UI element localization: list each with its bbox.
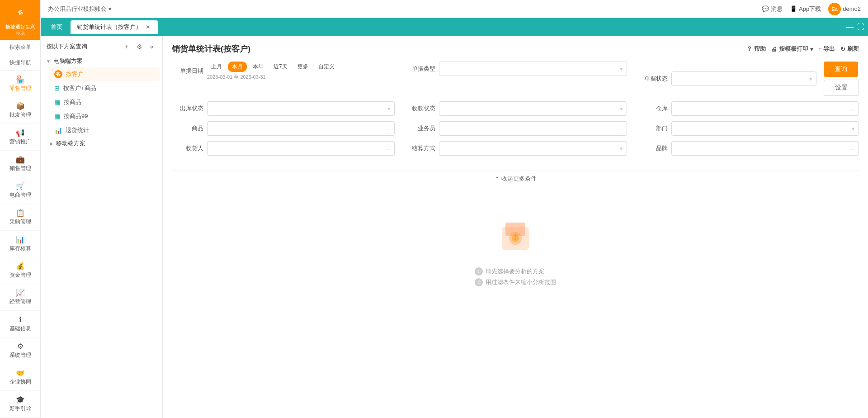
scheme-group-mobile-header[interactable]: ▶ 移动端方案	[44, 138, 162, 149]
out-status-input[interactable]: ▾	[207, 101, 395, 116]
sidebar-item-wholesale[interactable]: 📦 批发管理	[0, 97, 40, 124]
scheme-item-by-goods[interactable]: ▦ 按商品	[49, 95, 160, 109]
scheme-group-pc-header[interactable]: ▼ 电脑端方案	[41, 55, 162, 67]
template-print-btn[interactable]: 🖨 按模板打印 ▾	[771, 45, 813, 53]
help-btn[interactable]: ？ 帮助	[746, 45, 766, 53]
sidebar-item-basic[interactable]: ℹ 基础信息	[0, 311, 40, 337]
scheme-item-by-customer-goods[interactable]: ⊞ 按客户+商品	[49, 81, 160, 95]
maximize-btn[interactable]: ⛶	[857, 23, 864, 31]
collapse-bar[interactable]: ⌃ 收起更多条件	[172, 171, 859, 186]
settings-button[interactable]: 设置	[824, 80, 859, 96]
quick-nav[interactable]: 快捷导航	[0, 55, 40, 71]
brand-row: 品牌 …	[636, 141, 859, 156]
scheme-group-mobile: ▶ 移动端方案	[41, 138, 162, 149]
tab-sales-stats[interactable]: 销货单统计表（按客户） ✕	[71, 20, 158, 34]
logo-sub: 标版	[2, 30, 38, 36]
goods-ellipsis[interactable]: …	[385, 125, 391, 132]
account-selector[interactable]: 办公用品行业模拟账套 ▾	[48, 5, 112, 13]
warehouse-row: 仓库 …	[636, 101, 859, 116]
filter-row-4: 收货人 … 结算方式	[172, 141, 859, 156]
sidebar-item-enterprise[interactable]: 🤝 企业协同	[0, 364, 40, 391]
empty-illustration	[493, 214, 538, 260]
operation-icon: 📈	[3, 289, 38, 297]
collapse-label: 收起更多条件	[501, 175, 537, 183]
help-icon: ？	[746, 45, 752, 53]
date-btn-this-year[interactable]: 本年	[249, 62, 268, 72]
page-title: 销货单统计表(按客户)	[172, 43, 250, 54]
receive-status-input[interactable]: ▾	[439, 101, 627, 116]
date-btn-last-month[interactable]: 上月	[207, 62, 226, 72]
logo[interactable]: 畅 畅捷通好生意 标版	[0, 0, 40, 40]
goods-row: 商品 …	[172, 121, 395, 136]
sidebar-item-purchase[interactable]: 📋 采购管理	[0, 204, 40, 231]
salesman-input[interactable]: …	[439, 121, 627, 136]
settlement-row: 结算方式 ▾	[404, 141, 627, 156]
sidebar-item-sales-label: 销售管理	[3, 165, 38, 172]
sidebar-item-marketing-label: 营销推广	[3, 138, 38, 146]
doc-type-input[interactable]: ▾	[439, 62, 627, 76]
export-btn[interactable]: ↑ 导出	[819, 45, 835, 53]
sidebar-item-ecommerce[interactable]: 🛒 电商管理	[0, 177, 40, 204]
scheme-item-by-goods99[interactable]: ▦ 按商品99	[49, 109, 160, 123]
sidebar-item-marketing[interactable]: 📢 营销推广	[0, 124, 40, 151]
user-menu[interactable]: Ea demo2	[828, 3, 861, 15]
sidebar-item-operation[interactable]: 📈 经营管理	[0, 284, 40, 311]
scheme-item-by-customer[interactable]: 客 按客户	[49, 67, 160, 81]
date-range-text: 2023-03-01 至 2023-03-31	[207, 74, 395, 81]
account-dropdown-icon: ▾	[108, 5, 112, 12]
receiver-row: 收货人 …	[172, 141, 395, 156]
tip-1-text: 请先选择要分析的方案	[486, 267, 544, 276]
department-row: 部门 ▾	[636, 121, 859, 136]
scheme-item-return-stats[interactable]: 📊 退货统计	[49, 124, 160, 137]
sidebar-item-inventory[interactable]: 📊 库存核算	[0, 231, 40, 257]
app-download-btn[interactable]: 📱 App下载	[790, 5, 821, 13]
warehouse-input[interactable]: …	[671, 101, 859, 116]
scheme-header: 按以下方案查询 + ⚙ «	[41, 42, 162, 55]
message-btn[interactable]: 💬 消息	[762, 5, 783, 13]
date-btn-more[interactable]: 更多	[293, 62, 312, 72]
sidebar-item-newbie[interactable]: 🎓 新手引导	[0, 391, 40, 418]
date-btn-custom[interactable]: 自定义	[314, 62, 339, 72]
doc-status-input[interactable]: ▾	[671, 71, 816, 86]
scheme-title: 按以下方案查询	[46, 43, 87, 51]
search-menu[interactable]: 搜索菜单	[0, 40, 40, 55]
refresh-btn[interactable]: ↻ 刷新	[840, 45, 859, 53]
scheme-item-by-goods-label: 按商品	[64, 98, 81, 106]
sidebar-item-finance[interactable]: 💰 资金管理	[0, 257, 40, 284]
sidebar-item-newbie-label: 新手引导	[3, 405, 38, 413]
message-icon: 💬	[762, 5, 769, 12]
date-btn-this-month[interactable]: 本月	[228, 62, 247, 72]
department-label: 部门	[636, 124, 668, 133]
ecommerce-icon: 🛒	[3, 182, 38, 190]
date-btn-7days[interactable]: 近7天	[269, 62, 292, 72]
goods-input[interactable]: …	[207, 121, 395, 136]
scheme-group-mobile-label: 移动端方案	[56, 139, 85, 147]
scheme-add-btn[interactable]: +	[122, 42, 132, 52]
empty-tip-1: ① 请先选择要分析的方案	[475, 267, 556, 276]
scheme-collapse-btn[interactable]: «	[147, 42, 157, 52]
brand-filter: 品牌 …	[636, 141, 859, 156]
tab-home[interactable]: 首页	[44, 20, 69, 34]
tip-2-num: ②	[475, 278, 483, 286]
warehouse-ellipsis[interactable]: …	[849, 105, 855, 112]
tab-close-icon[interactable]: ✕	[144, 24, 151, 31]
chevron-down-icon: ▼	[46, 59, 51, 64]
brand-ellipsis[interactable]: …	[849, 145, 855, 152]
minimize-btn[interactable]: —	[846, 23, 854, 31]
receiver-input[interactable]: …	[207, 141, 395, 156]
receiver-ellipsis[interactable]: …	[385, 145, 391, 152]
receive-status-row: 收款状态 ▾	[404, 101, 627, 116]
department-input[interactable]: ▾	[671, 121, 859, 136]
page-content: 按以下方案查询 + ⚙ « ▼ 电脑端方案 客 按客户	[41, 36, 868, 418]
scheme-settings-btn[interactable]: ⚙	[134, 42, 144, 52]
salesman-ellipsis[interactable]: …	[618, 125, 623, 132]
scheme-item-by-customer-goods-label: 按客户+商品	[63, 84, 96, 92]
brand-input[interactable]: …	[671, 141, 859, 156]
basic-icon: ℹ	[3, 315, 38, 324]
sidebar-item-system[interactable]: ⚙ 系统管理	[0, 337, 40, 364]
sidebar-item-retail[interactable]: 🏪 零售管理	[0, 71, 40, 97]
sidebar-item-sales[interactable]: 💼 销售管理	[0, 151, 40, 177]
settlement-input[interactable]: ▾	[439, 141, 627, 156]
user-name: demo2	[843, 5, 861, 12]
query-button[interactable]: 查询	[824, 62, 858, 77]
